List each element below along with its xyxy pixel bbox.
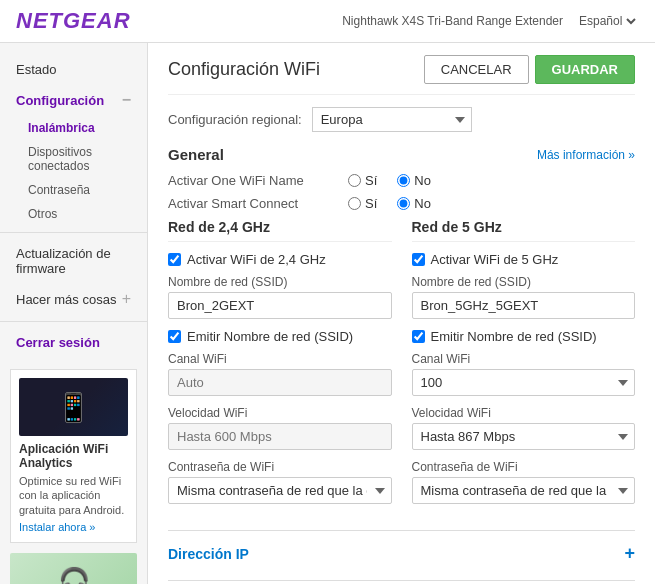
main-content: Configuración WiFi CANCELAR GUARDAR Conf… [148, 43, 655, 584]
app-banner: 📱 [19, 378, 128, 436]
sidebar-sub-inalambrica[interactable]: Inalámbrica [0, 116, 147, 140]
header-right: Nighthawk X4S Tri-Band Range Extender Es… [342, 13, 639, 29]
band5-ssid-group: Nombre de red (SSID) [412, 275, 636, 319]
sidebar-sub-contrasena[interactable]: Contraseña [0, 178, 147, 202]
sidebar-app-promo: 📱 Aplicación WiFi Analytics Optimice su … [10, 369, 137, 543]
band5-activate-label: Activar WiFi de 5 GHz [431, 252, 559, 267]
general-title: General [168, 146, 224, 163]
sidebar-item-estado[interactable]: Estado [0, 55, 147, 84]
regional-config-row: Configuración regional: Europa América [168, 107, 635, 132]
band5-activate-row: Activar WiFi de 5 GHz [412, 252, 636, 267]
band24-ssid-input[interactable] [168, 292, 392, 319]
smart-connect-si-radio[interactable] [348, 197, 361, 210]
band24-canal-group: Canal WiFi [168, 352, 392, 396]
sidebar-item-hacer[interactable]: Hacer más cosas + [0, 283, 147, 315]
smart-connect-label: Activar Smart Connect [168, 196, 348, 211]
one-wifi-no[interactable]: No [397, 173, 431, 188]
band24-activate-label: Activar WiFi de 2,4 GHz [187, 252, 326, 267]
band5-activate-checkbox[interactable] [412, 253, 425, 266]
one-wifi-row: Activar One WiFi Name Sí No [168, 173, 635, 188]
band24-velocidad-input [168, 423, 392, 450]
layout: Estado Configuración − Inalámbrica Dispo… [0, 43, 655, 584]
smart-connect-no-radio[interactable] [397, 197, 410, 210]
app-title: Aplicación WiFi Analytics [19, 442, 128, 470]
save-button[interactable]: GUARDAR [535, 55, 635, 84]
band5-contrasena-label: Contraseña de WiFi [412, 460, 636, 474]
band24-canal-input[interactable] [168, 369, 392, 396]
smart-connect-si-label: Sí [365, 196, 377, 211]
band24-ssid-group: Nombre de red (SSID) [168, 275, 392, 319]
band5-emit-ssid-row: Emitir Nombre de red (SSID) [412, 329, 636, 344]
sidebar-item-configuracion[interactable]: Configuración − [0, 84, 147, 116]
ip-title: Dirección IP [168, 546, 249, 562]
one-wifi-si[interactable]: Sí [348, 173, 377, 188]
language-select[interactable]: Español English [575, 13, 639, 29]
regional-label: Configuración regional: [168, 112, 302, 127]
band5-canal-label: Canal WiFi [412, 352, 636, 366]
regional-select[interactable]: Europa América [312, 107, 472, 132]
smart-connect-no[interactable]: No [397, 196, 431, 211]
band5-emit-ssid-label: Emitir Nombre de red (SSID) [431, 329, 597, 344]
band24-contrasena-select[interactable]: Misma contraseña de red que la de la exi… [168, 477, 392, 504]
wps-section: Configuración WiFi protegida (WPS) + [168, 580, 635, 584]
band24-contrasena-label: Contraseña de WiFi [168, 460, 392, 474]
one-wifi-label: Activar One WiFi Name [168, 173, 348, 188]
sidebar-item-actualizacion[interactable]: Actualización de firmware [0, 239, 147, 283]
band24-ssid-label: Nombre de red (SSID) [168, 275, 392, 289]
band24-activate-checkbox[interactable] [168, 253, 181, 266]
page-title: Configuración WiFi [168, 59, 320, 80]
smart-connect-si[interactable]: Sí [348, 196, 377, 211]
sidebar: Estado Configuración − Inalámbrica Dispo… [0, 43, 148, 584]
smart-connect-options: Sí No [348, 196, 431, 211]
app-desc: Optimice su red WiFi con la aplicación g… [19, 474, 128, 517]
band5-canal-group: Canal WiFi 100 [412, 352, 636, 396]
band5-contrasena-select[interactable]: Misma contraseña de red que la de la exi… [412, 477, 636, 504]
band24-activate-row: Activar WiFi de 2,4 GHz [168, 252, 392, 267]
band5-ssid-label: Nombre de red (SSID) [412, 275, 636, 289]
hacer-expand-icon: + [122, 290, 131, 308]
action-buttons: CANCELAR GUARDAR [424, 55, 635, 84]
app-link[interactable]: Instalar ahora » [19, 521, 95, 533]
logo: NETGEAR [16, 8, 131, 34]
band5-ssid-input[interactable] [412, 292, 636, 319]
sidebar-sub-otros[interactable]: Otros [0, 202, 147, 226]
band5-title: Red de 5 GHz [412, 219, 636, 242]
band5-canal-select[interactable]: 100 [412, 369, 636, 396]
band5-velocidad-label: Velocidad WiFi [412, 406, 636, 420]
band24-title: Red de 2,4 GHz [168, 219, 392, 242]
header: NETGEAR Nighthawk X4S Tri-Band Range Ext… [0, 0, 655, 43]
band5-emit-ssid-checkbox[interactable] [412, 330, 425, 343]
band24-canal-label: Canal WiFi [168, 352, 392, 366]
band5-velocidad-group: Velocidad WiFi Hasta 867 Mbps [412, 406, 636, 450]
smart-connect-no-label: No [414, 196, 431, 211]
help-icon: 🎧 [58, 566, 90, 584]
general-section-header: General Más información » [168, 146, 635, 163]
band24-velocidad-group: Velocidad WiFi [168, 406, 392, 450]
smart-connect-row: Activar Smart Connect Sí No [168, 196, 635, 211]
sidebar-logout[interactable]: Cerrar sesión [0, 328, 147, 357]
more-info-link[interactable]: Más información » [537, 148, 635, 162]
one-wifi-si-radio[interactable] [348, 174, 361, 187]
sidebar-sub-dispositivos[interactable]: Dispositivos conectados [0, 140, 147, 178]
band5-contrasena-group: Contraseña de WiFi Misma contraseña de r… [412, 460, 636, 504]
one-wifi-no-radio[interactable] [397, 174, 410, 187]
two-column-layout: Red de 2,4 GHz Activar WiFi de 2,4 GHz N… [168, 219, 635, 514]
help-image: 🎧 [10, 553, 137, 584]
top-bar: Configuración WiFi CANCELAR GUARDAR [168, 43, 635, 95]
band24-emit-ssid-checkbox[interactable] [168, 330, 181, 343]
band24-emit-ssid-row: Emitir Nombre de red (SSID) [168, 329, 392, 344]
band5-velocidad-select[interactable]: Hasta 867 Mbps [412, 423, 636, 450]
ip-section-header[interactable]: Dirección IP + [168, 543, 635, 564]
band24-contrasena-group: Contraseña de WiFi Misma contraseña de r… [168, 460, 392, 504]
band24-emit-ssid-label: Emitir Nombre de red (SSID) [187, 329, 353, 344]
configuracion-collapse-icon: − [122, 91, 131, 109]
help-section: 🎧 ¿Necesita ayuda? Envíe sus dudas a nue… [10, 553, 137, 584]
band24-velocidad-label: Velocidad WiFi [168, 406, 392, 420]
ip-section: Dirección IP + [168, 530, 635, 564]
one-wifi-no-label: No [414, 173, 431, 188]
one-wifi-options: Sí No [348, 173, 431, 188]
app-icon: 📱 [56, 391, 91, 424]
one-wifi-si-label: Sí [365, 173, 377, 188]
band24-column: Red de 2,4 GHz Activar WiFi de 2,4 GHz N… [168, 219, 392, 514]
cancel-button[interactable]: CANCELAR [424, 55, 529, 84]
